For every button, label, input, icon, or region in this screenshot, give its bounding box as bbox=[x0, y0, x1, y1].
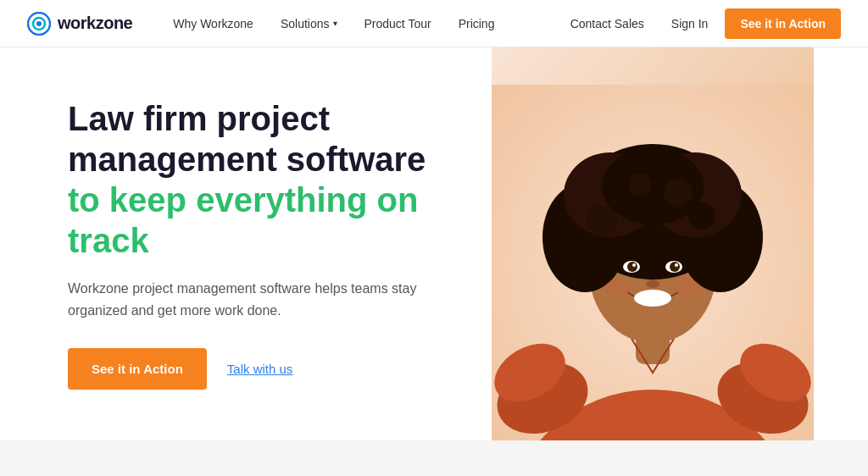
svg-point-25 bbox=[670, 262, 680, 272]
svg-point-24 bbox=[627, 262, 637, 272]
hero-content: Law firm project management software to … bbox=[0, 47, 492, 440]
workzone-logo-icon bbox=[27, 12, 51, 36]
hero-section: Law firm project management software to … bbox=[0, 47, 868, 440]
hero-subtitle: Workzone project management software hel… bbox=[68, 278, 451, 321]
ratings-section: Rated #1 in Project Management among all… bbox=[0, 440, 868, 476]
svg-point-30 bbox=[604, 280, 630, 296]
hero-secondary-button[interactable]: Talk with us bbox=[227, 362, 293, 376]
svg-point-26 bbox=[632, 263, 636, 267]
svg-point-27 bbox=[675, 263, 678, 267]
svg-point-31 bbox=[676, 280, 701, 296]
nav-right: Contact Sales Sign In See it in Action bbox=[560, 8, 841, 39]
logo[interactable]: workzone bbox=[27, 12, 132, 36]
hero-title-text: Law firm project management software bbox=[68, 100, 426, 178]
person-illustration bbox=[492, 85, 814, 440]
hero-buttons: See it in Action Talk with us bbox=[68, 348, 451, 390]
navbar: workzone Why Workzone Solutions ▾ Produc… bbox=[0, 0, 868, 47]
svg-point-19 bbox=[664, 179, 693, 208]
hero-cta-button[interactable]: See it in Action bbox=[68, 348, 207, 390]
solutions-chevron-icon: ▾ bbox=[333, 19, 337, 28]
hero-title: Law firm project management software to … bbox=[68, 98, 451, 261]
nav-why-workzone[interactable]: Why Workzone bbox=[159, 0, 267, 47]
hero-image bbox=[492, 47, 814, 440]
nav-solutions[interactable]: Solutions ▾ bbox=[267, 0, 351, 47]
nav-pricing[interactable]: Pricing bbox=[445, 0, 509, 47]
sign-in-link[interactable]: Sign In bbox=[661, 17, 719, 30]
svg-point-29 bbox=[646, 280, 659, 288]
svg-point-17 bbox=[587, 205, 617, 235]
svg-point-2 bbox=[36, 21, 42, 26]
logo-text: workzone bbox=[58, 14, 132, 33]
svg-point-20 bbox=[688, 202, 715, 230]
nav-cta-button[interactable]: See it in Action bbox=[725, 8, 841, 39]
hero-title-highlight: to keep everything on track bbox=[68, 181, 418, 259]
svg-point-21 bbox=[628, 173, 652, 196]
nav-product-tour[interactable]: Product Tour bbox=[351, 0, 445, 47]
nav-links: Why Workzone Solutions ▾ Product Tour Pr… bbox=[159, 0, 559, 47]
contact-sales-link[interactable]: Contact Sales bbox=[560, 17, 654, 30]
hero-image-placeholder bbox=[492, 47, 814, 440]
